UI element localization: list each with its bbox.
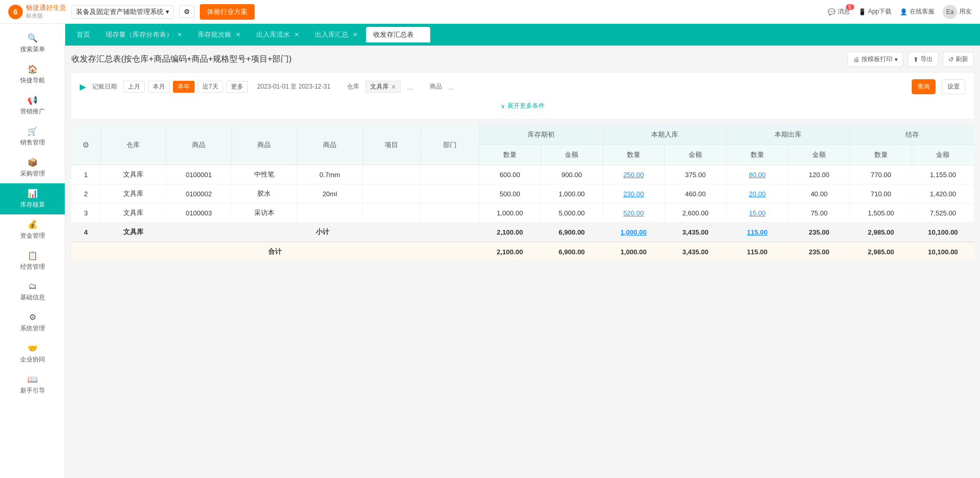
message-badge: 6 bbox=[846, 4, 854, 10]
tab-batch[interactable]: 库存批次账 ✕ bbox=[191, 27, 248, 42]
settings-button[interactable]: ⚙ bbox=[179, 5, 195, 18]
date-btn-prev-month[interactable]: 上月 bbox=[123, 81, 145, 93]
message-icon-item[interactable]: 💬 6 消息 bbox=[828, 7, 850, 16]
sidebar-item-quicknav[interactable]: 🏠 快捷导航 bbox=[0, 59, 65, 90]
table-row: 2 文具库 0100002 胶水 20ml 500.00 1,000.00 23… bbox=[71, 184, 974, 204]
row-bal-qty: 710.00 bbox=[850, 184, 912, 204]
date-btn-this-month[interactable]: 本月 bbox=[148, 81, 170, 93]
sidebar-item-purchase[interactable]: 📦 采购管理 bbox=[0, 152, 65, 183]
tab-stock-dist[interactable]: 现存量（库存分布表） ✕ bbox=[98, 27, 189, 42]
date-label: 记账日期 bbox=[92, 82, 117, 91]
row-in-qty[interactable]: 250.00 bbox=[603, 165, 664, 184]
th-in-qty: 数量 bbox=[603, 145, 664, 165]
subtotal-out-qty: 115.00 bbox=[726, 223, 788, 242]
date-filters: 上月 本月 本年 近7天 更多 bbox=[123, 81, 248, 93]
settings-filter-button[interactable]: 设置 bbox=[942, 79, 966, 94]
th-warehouse: 仓库 bbox=[100, 125, 166, 165]
row-dept bbox=[421, 184, 479, 204]
warehouse-tag-remove[interactable]: ✕ bbox=[391, 83, 396, 91]
query-button[interactable]: 查询 bbox=[912, 79, 935, 94]
table-settings-icon[interactable]: ⚙ bbox=[82, 140, 89, 149]
tab-close-inout-flow[interactable]: ✕ bbox=[294, 31, 299, 38]
th-project: 项目 bbox=[362, 125, 420, 165]
sidebar-item-basic[interactable]: 🗂 基础信息 bbox=[0, 277, 65, 307]
sidebar-item-inventory[interactable]: 📊 库存核算 bbox=[0, 183, 65, 214]
tab-inout-sum[interactable]: 出入库汇总 ✕ bbox=[308, 27, 365, 42]
date-btn-this-year[interactable]: 本年 bbox=[173, 81, 195, 93]
row-bal-amt: 1,420.00 bbox=[912, 184, 974, 204]
row-out-amt: 40.00 bbox=[788, 184, 850, 204]
sidebar-item-system[interactable]: ⚙ 系统管理 bbox=[0, 307, 65, 338]
try-btn[interactable]: 体验行业方案 bbox=[200, 4, 255, 20]
tab-close-inout-sum[interactable]: ✕ bbox=[353, 31, 358, 38]
expand-arrow[interactable]: ▶ bbox=[80, 82, 86, 92]
warehouse-ellipsis[interactable]: ... bbox=[407, 83, 413, 91]
date-range: 2023-01-01 至 2023-12-31 bbox=[257, 82, 330, 91]
row-spec: 20ml bbox=[297, 184, 363, 204]
sidebar-item-operation[interactable]: 📋 经营管理 bbox=[0, 245, 65, 277]
sidebar-item-finance[interactable]: 💰 资金管理 bbox=[0, 214, 65, 245]
row-out-amt: 120.00 bbox=[788, 165, 850, 184]
tab-close-batch[interactable]: ✕ bbox=[236, 31, 241, 38]
date-btn-more[interactable]: 更多 bbox=[226, 81, 248, 93]
tab-home[interactable]: 首页 bbox=[69, 27, 97, 42]
total-in-qty: 1,000.00 bbox=[603, 242, 664, 262]
app-download-item[interactable]: 📱 App下载 bbox=[858, 7, 891, 16]
row-warehouse: 文具库 bbox=[100, 204, 166, 223]
logo-icon: 6 bbox=[8, 5, 23, 19]
sidebar-item-sales[interactable]: 🛒 销售管理 bbox=[0, 121, 65, 152]
row-open-qty: 500.00 bbox=[479, 184, 540, 204]
th-dept: 部门 bbox=[421, 125, 479, 165]
print-button[interactable]: 🖨 按模板打印 ▾ bbox=[847, 52, 903, 67]
row-out-amt: 75.00 bbox=[788, 204, 850, 223]
goods-ellipsis[interactable]: ... bbox=[448, 83, 455, 91]
row-out-qty[interactable]: 20.00 bbox=[726, 184, 788, 204]
sidebar-item-search[interactable]: 🔍 搜索菜单 bbox=[0, 28, 65, 59]
sidebar-item-guide[interactable]: 📖 新手引导 bbox=[0, 369, 65, 400]
refresh-button[interactable]: ↺ 刷新 bbox=[943, 52, 974, 67]
export-icon: ⬆ bbox=[913, 56, 918, 63]
system-name: 装备及固定资产辅助管理系统 bbox=[76, 7, 164, 17]
export-button[interactable]: ⬆ 导出 bbox=[908, 52, 939, 67]
user-item[interactable]: Ea 用友 bbox=[943, 5, 972, 19]
system-icon: ⚙ bbox=[29, 312, 36, 322]
th-bal-qty: 数量 bbox=[850, 145, 912, 165]
chevron-print-icon: ▾ bbox=[895, 56, 898, 63]
row-project bbox=[362, 184, 420, 204]
tab-close-recv-sum[interactable]: ✕ bbox=[418, 31, 423, 38]
row-code: 0100003 bbox=[166, 204, 232, 223]
date-btn-7days[interactable]: 近7天 bbox=[198, 81, 223, 93]
logo-text: 畅捷通好生意 标准版 bbox=[26, 4, 66, 20]
row-idx: 3 bbox=[71, 204, 100, 223]
table-row: 3 文具库 0100003 采访本 1,000.00 5,000.00 520.… bbox=[71, 204, 974, 223]
row-in-amt: 2,600.00 bbox=[665, 204, 726, 223]
row-name: 胶水 bbox=[231, 184, 297, 204]
row-in-qty[interactable]: 230.00 bbox=[603, 184, 664, 204]
row-bal-amt: 7,525.00 bbox=[912, 204, 974, 223]
message-icon: 💬 bbox=[828, 8, 836, 16]
total-row: 合计 2,100.00 6,900.00 1,000.00 3,435.00 1… bbox=[71, 242, 974, 262]
sidebar-item-corp[interactable]: 🤝 企业协同 bbox=[0, 338, 65, 369]
system-select[interactable]: 装备及固定资产辅助管理系统 ▾ bbox=[71, 5, 174, 19]
row-open-amt: 1,000.00 bbox=[541, 184, 603, 204]
row-out-qty[interactable]: 15.00 bbox=[726, 204, 788, 223]
sidebar-item-marketing[interactable]: 📢 营销推广 bbox=[0, 90, 65, 121]
total-label: 合计 bbox=[71, 242, 479, 262]
guide-icon: 📖 bbox=[27, 374, 38, 384]
tab-close-stock-dist[interactable]: ✕ bbox=[177, 31, 182, 38]
total-open-qty: 2,100.00 bbox=[479, 242, 540, 262]
tab-inout-flow[interactable]: 出入库流水 ✕ bbox=[249, 27, 306, 42]
online-service-item[interactable]: 👤 在线客服 bbox=[900, 7, 934, 16]
th-bal-amt: 金额 bbox=[912, 145, 974, 165]
print-icon: 🖨 bbox=[853, 56, 859, 63]
row-in-qty[interactable]: 520.00 bbox=[603, 204, 664, 223]
row-dept bbox=[421, 204, 479, 223]
filter-row-1: ▶ 记账日期 上月 本月 本年 近7天 更多 2023-01-01 至 2023… bbox=[80, 79, 966, 94]
expand-more-btn[interactable]: ∨ 展开更多条件 bbox=[499, 99, 547, 112]
row-dept bbox=[421, 165, 479, 184]
tab-recv-sum[interactable]: 收发存汇总表 ✕ bbox=[366, 27, 430, 42]
th-balance: 结存 bbox=[850, 125, 974, 145]
row-out-qty[interactable]: 80.00 bbox=[726, 165, 788, 184]
th-name: 商品 bbox=[231, 125, 297, 165]
th-opening: 库存期初 bbox=[479, 125, 603, 145]
